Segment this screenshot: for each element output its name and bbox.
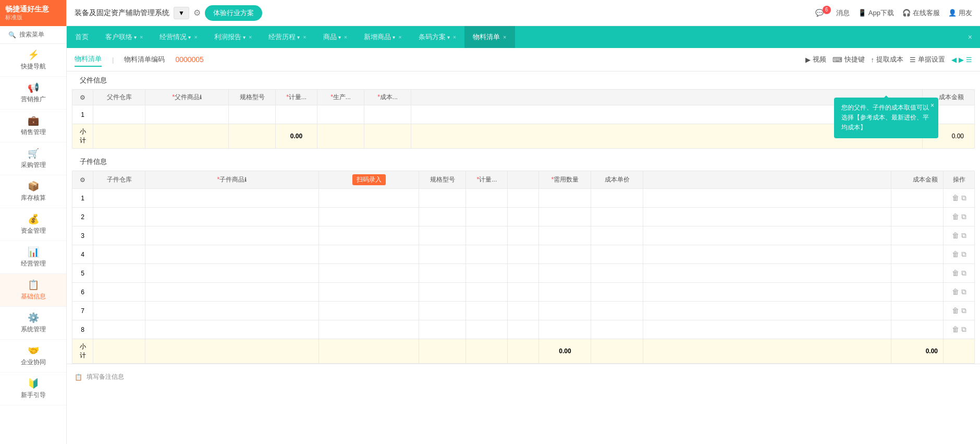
tab-goods[interactable]: 商品 ▾ × — [315, 26, 356, 48]
subtotal-needed-val: 0.00 — [539, 339, 591, 364]
tab-operations[interactable]: 经营情况 ▾ × — [151, 26, 205, 48]
scan-input-button[interactable]: 扫码录入 — [352, 174, 386, 185]
tooltip-text: 您的父件、子件的成本取值可以选择【参考成本、最新进价、平均成本】 — [841, 104, 929, 131]
bottom-bar: 📋 填写备注信息 — [67, 364, 980, 390]
tab-history[interactable]: 经营历程 ▾ × — [260, 26, 314, 48]
next-icon[interactable]: ▶ — [959, 56, 964, 64]
child-product-cell[interactable] — [145, 189, 319, 208]
th-child-warehouse: 子件仓库 — [93, 171, 145, 189]
close-icon[interactable]: × — [398, 34, 401, 40]
sidebar-header: 畅捷通好生意 标准版 — [0, 0, 66, 26]
sidebar-item-system[interactable]: ⚙️ 系统管理 — [0, 307, 66, 340]
spec-cell[interactable] — [229, 105, 276, 124]
production-cell[interactable] — [317, 105, 364, 124]
copy-icon[interactable]: ⧉ — [961, 287, 966, 296]
th-parent-product: *父件商品ℹ — [145, 90, 229, 105]
sidebar-item-finance[interactable]: 💰 资金管理 — [0, 208, 66, 241]
extract-cost-button[interactable]: ↑ 提取成本 — [871, 55, 904, 64]
search-label: 搜索菜单 — [19, 30, 44, 39]
copy-icon[interactable]: ⧉ — [961, 212, 966, 221]
close-icon[interactable]: × — [453, 34, 456, 40]
subtotal-label: 小计 — [72, 339, 93, 364]
cost-amount-cell[interactable] — [891, 189, 944, 208]
delete-icon[interactable]: 🗑 — [952, 269, 959, 278]
row-num: 5 — [72, 264, 93, 283]
copy-icon[interactable]: ⧉ — [961, 306, 966, 315]
parent-warehouse-cell[interactable] — [93, 105, 145, 124]
spec-cell[interactable] — [419, 189, 466, 208]
single-setting-button[interactable]: ☰ 单据设置 — [910, 55, 945, 64]
sidebar-item-inventory[interactable]: 📦 库存核算 — [0, 175, 66, 208]
tab-new-goods[interactable]: 新增商品 ▾ × — [356, 26, 410, 48]
tooltip-close-button[interactable]: × — [930, 101, 934, 111]
unit-cell[interactable] — [466, 189, 508, 208]
delete-icon[interactable]: 🗑 — [952, 194, 959, 202]
unit-cell[interactable] — [276, 105, 317, 124]
tab-home[interactable]: 首页 — [67, 26, 97, 48]
delete-icon[interactable]: 🗑 — [952, 212, 959, 221]
close-icon[interactable]: × — [344, 34, 347, 40]
delete-icon[interactable]: 🗑 — [952, 250, 959, 259]
online-service-item[interactable]: 🎧 在线客服 — [902, 8, 940, 18]
shortcut-button[interactable]: ⌨ 快捷键 — [832, 55, 865, 64]
sidebar-item-enterprise[interactable]: 🤝 企业协同 — [0, 340, 66, 373]
copy-icon[interactable]: ⧉ — [961, 269, 966, 278]
marketing-icon: 📢 — [28, 82, 39, 93]
sub-tab-code[interactable]: 物料清单编码 — [124, 53, 165, 66]
close-icon[interactable]: × — [140, 34, 143, 40]
gear-settings-icon[interactable]: ⚙ — [193, 8, 201, 18]
sidebar-item-basic-info[interactable]: 📋 基础信息 — [0, 274, 66, 307]
user-item[interactable]: 👤 用友 — [948, 8, 972, 18]
tab-profit[interactable]: 利润报告 ▾ × — [206, 26, 260, 48]
sidebar-item-quick-nav[interactable]: ⚡ 快捷导航 — [0, 44, 66, 77]
nav-close-all-button[interactable]: × — [965, 33, 975, 41]
unit-price-cell[interactable] — [591, 189, 643, 208]
delete-icon[interactable]: 🗑 — [952, 231, 959, 240]
cost-cell[interactable] — [364, 105, 411, 124]
menu-list-icon[interactable]: ☰ — [966, 56, 972, 64]
sidebar-item-marketing[interactable]: 📢 营销推广 — [0, 77, 66, 110]
gear-icon: ⚙ — [80, 94, 85, 101]
tab-customer[interactable]: 客户联络 ▾ × — [97, 26, 151, 48]
copy-icon[interactable]: ⧉ — [961, 325, 966, 334]
child-row-1: 1 — [72, 189, 975, 208]
sidebar-item-purchase[interactable]: 🛒 采购管理 — [0, 142, 66, 175]
sidebar-item-guide[interactable]: 🔰 新手引导 — [0, 373, 66, 405]
delete-icon[interactable]: 🗑 — [952, 325, 959, 334]
logo-sub: 标准版 — [5, 14, 49, 21]
tab-bom[interactable]: 物料清单 × — [464, 26, 514, 48]
close-icon[interactable]: × — [503, 34, 506, 40]
child-row-6: 6 🗑⧉ — [72, 283, 975, 302]
sidebar-item-operations[interactable]: 📊 经营管理 — [0, 241, 66, 274]
copy-icon[interactable]: ⧉ — [961, 250, 966, 259]
child-warehouse-cell[interactable] — [93, 189, 145, 208]
sidebar-item-sales[interactable]: 💼 销售管理 — [0, 110, 66, 142]
search-menu[interactable]: 🔍 搜索菜单 — [0, 26, 66, 44]
copy-icon[interactable]: ⧉ — [961, 194, 966, 202]
experience-button[interactable]: 体验行业方案 — [205, 5, 262, 21]
system-dropdown[interactable]: ▼ — [174, 7, 189, 19]
note-text[interactable]: 填写备注信息 — [87, 373, 124, 381]
close-icon[interactable]: × — [303, 34, 306, 40]
subtotal-empty1 — [93, 124, 145, 149]
logo-text: 畅捷通好生意 — [5, 5, 49, 14]
delete-icon[interactable]: 🗑 — [952, 306, 959, 315]
sidebar-item-label: 营销推广 — [21, 95, 46, 104]
content-area: 物料清单 | 物料清单编码 0000005 ▶ 视频 ⌨ 快捷键 ↑ 提取成本 … — [67, 48, 980, 444]
sidebar-item-label: 系统管理 — [21, 325, 46, 334]
subtotal-empty5 — [364, 124, 411, 149]
delete-icon[interactable]: 🗑 — [952, 287, 959, 296]
app-download-item[interactable]: 📱 App下载 — [858, 8, 894, 18]
sub-tab-bom[interactable]: 物料清单 — [75, 52, 102, 67]
view-video-button[interactable]: ▶ 视频 — [805, 55, 826, 64]
prev-icon[interactable]: ◀ — [951, 56, 957, 64]
message-item[interactable]: 💬 6 消息 — [815, 8, 850, 18]
parent-product-cell[interactable] — [145, 105, 229, 124]
copy-icon[interactable]: ⧉ — [961, 231, 966, 240]
close-icon[interactable]: × — [249, 34, 252, 40]
tab-barcode[interactable]: 条码方案 ▾ × — [410, 26, 464, 48]
needed-qty-cell[interactable] — [539, 189, 591, 208]
close-icon[interactable]: × — [194, 34, 197, 40]
top-bar-left: 装备及固定资产辅助管理系统 ▼ ⚙ 体验行业方案 — [75, 5, 262, 21]
row-num: 1 — [72, 105, 93, 124]
